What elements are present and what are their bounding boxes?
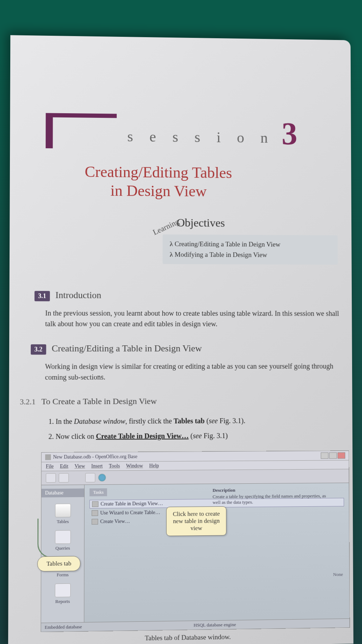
window-body: Database Tables Queries Forms Reports [41,483,349,626]
tasks-header: Tasks [89,488,107,496]
section-3-2-body: Working in design view is similar for cr… [45,361,352,383]
maximize-icon [329,452,337,459]
none-label: None [333,571,343,577]
section-title: Creating/Editing a Table in Design View [52,343,202,354]
app-icon [45,454,51,460]
section-number: 3.2 [31,344,46,355]
section-3-1-body: In the previous session, you learnt abou… [45,307,345,329]
textbook-page: s e s s i o n 3 Creating/Editing Tables … [8,35,354,644]
steps-list: In the Database window, firstly click th… [56,414,338,445]
session-label: s e s s i o n [127,128,274,146]
help-icon [98,474,106,482]
toolbar-icon [46,473,56,483]
toolbar [41,469,349,485]
arrow-annotation [37,518,59,558]
window-controls [321,452,345,459]
toolbar-icon [59,473,69,483]
description-text: Create a table by specifying the field n… [212,493,326,505]
status-center: HSQL database engine [194,622,236,628]
learning-label: Learning [151,217,181,237]
objectives-header: Learning Objectives [163,216,338,230]
callout-create-table: Click here to create new table in design… [166,506,226,536]
section-title: To Create a Table in Design View [41,396,157,406]
minimize-icon [321,453,328,459]
window-title: New Database.odb - OpenOffice.org Base [53,454,137,460]
menu-help: Help [149,463,159,468]
section-3-2: 3.2 Creating/Editing a Table in Design V… [31,343,202,355]
sidebar-item-reports: Reports [41,580,84,608]
task-icon [92,519,98,524]
tables-icon [55,504,71,517]
status-left: Embedded database [45,624,82,630]
task-icon [92,510,98,516]
description-label: Description [212,487,328,493]
section-number: 3.1 [35,291,50,301]
callout-tables-tab: Tables tab [37,556,80,571]
menu-insert: Insert [91,463,103,468]
step-2: Now click on Create Table in Design View… [56,429,338,443]
menu-edit: Edit [60,464,69,469]
toolbar-icon [85,473,95,482]
close-icon [338,452,345,459]
session-number: 3 [281,116,297,152]
section-3-2-1: 3.2.1 To Create a Table in Design View [20,396,157,406]
title-line-1: Creating/Editing Tables [85,163,232,182]
task-icon [92,501,98,507]
title-line-2: in Design View [110,182,206,200]
section-title: Introduction [56,290,101,300]
objective-item: Creating/Editing a Table in Deign View [170,239,331,250]
main-panel: Tasks Create Table in Design View… Use W… [84,483,349,625]
menu-tools: Tools [109,463,120,468]
decorative-bracket [46,113,117,149]
section-number: 3.2.1 [20,397,36,406]
figure-caption: Tables tab of Database window. [145,633,231,642]
figure-screenshot: New Database.odb - OpenOffice.org Base F… [41,450,350,632]
sidebar-header: Database [41,488,84,497]
learning-objectives: Learning Objectives Creating/Editing a T… [163,216,338,265]
objectives-list: Creating/Editing a Table in Deign View M… [163,235,338,265]
description-panel: Description Create a table by specifying… [212,487,328,505]
step-1: In the Database window, firstly click th… [56,414,338,428]
section-3-1: 3.1 Introduction [35,290,101,301]
objective-item: Modifying a Table in Design View [170,249,331,260]
chapter-title: Creating/Editing Tables in Design View [85,163,232,201]
menu-window: Window [126,463,143,468]
menu-file: File [46,464,54,469]
reports-icon [55,583,71,597]
menu-view: View [75,464,85,469]
